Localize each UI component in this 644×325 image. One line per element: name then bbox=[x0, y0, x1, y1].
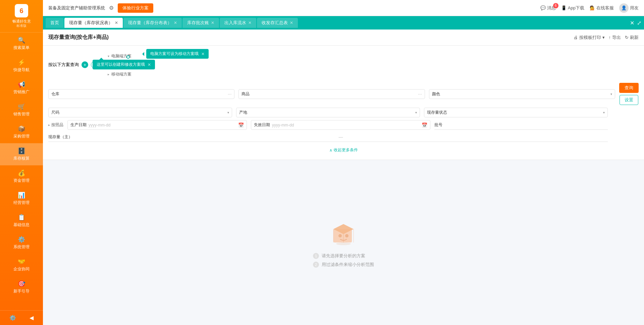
expire-date-calendar-icon[interactable]: 📅 bbox=[422, 122, 427, 128]
sidebar-item-enterprise[interactable]: 🤝 企业协同 bbox=[0, 254, 43, 276]
cart-icon: 🛒 bbox=[18, 103, 25, 110]
refresh-icon: ↻ bbox=[625, 35, 629, 40]
topbar-user[interactable]: 👤 用友 bbox=[619, 3, 639, 13]
sidebar-item-sales[interactable]: 🛒 销售管理 bbox=[0, 99, 43, 121]
page-title: 现存量查询(按仓库+商品) bbox=[48, 34, 109, 41]
sidebar-logo[interactable]: 6 畅通好生意 标准版 bbox=[0, 0, 43, 33]
page-actions: 🖨 按模板打印 ▾ ↑ 导出 ↻ 刷新 bbox=[574, 35, 639, 41]
fullscreen-icon[interactable]: ⤢ bbox=[637, 20, 641, 26]
stock-status-arrow-icon: ▾ bbox=[603, 111, 605, 114]
logo-title: 畅通好生意 bbox=[12, 19, 31, 23]
size-field[interactable]: 尺码 ▾ bbox=[48, 108, 232, 117]
filter-row-4: 现存量（主） — bbox=[48, 132, 639, 142]
tab-inventory-dist-label: 现存量（库存分布表） bbox=[128, 20, 172, 26]
service-label: 在线客服 bbox=[596, 5, 614, 11]
color-label: 颜色 bbox=[432, 91, 440, 97]
export-btn[interactable]: ↑ 导出 bbox=[609, 35, 621, 41]
sidebar-item-marketing[interactable]: 📢 营销推广 bbox=[0, 77, 43, 99]
empty-state: 1 请先选择要分析的方案 2 用过滤条件来缩小分析范围 bbox=[313, 217, 374, 268]
stock-status-field[interactable]: 现存量状态 ▾ bbox=[424, 108, 608, 117]
prod-date-field[interactable]: 生产日期 yyyy-mm-dd 📅 bbox=[67, 120, 247, 130]
scheme-mobile[interactable]: ▸ 移动端方案 bbox=[108, 70, 131, 78]
chart-icon: 📊 bbox=[18, 192, 25, 199]
sidebar-item-quick[interactable]: ⚡ 快捷导航 bbox=[0, 55, 43, 77]
tab-batch-close[interactable]: ✕ bbox=[211, 20, 214, 25]
tab-inventory-status[interactable]: 现存量（库存状况表） ✕ bbox=[64, 18, 123, 28]
prod-date-calendar-icon[interactable]: 📅 bbox=[238, 122, 244, 128]
close-all-icon[interactable]: ✕ bbox=[630, 20, 634, 26]
service-icon: 💁 bbox=[590, 5, 595, 10]
tab-inout-close[interactable]: ✕ bbox=[248, 20, 252, 25]
print-icon: 🖨 bbox=[574, 35, 578, 40]
filter-add-button[interactable]: + bbox=[82, 61, 88, 68]
export-label: 导出 bbox=[612, 35, 621, 41]
empty-tip-2: 2 用过滤条件来缩小分析范围 bbox=[313, 262, 374, 268]
topbar-service[interactable]: 💁 在线客服 bbox=[590, 5, 614, 11]
tab-home[interactable]: 首页 bbox=[46, 18, 64, 28]
refresh-label: 刷新 bbox=[630, 35, 639, 41]
sidebar-item-sales-label: 销售管理 bbox=[13, 111, 30, 117]
user-avatar: 👤 bbox=[619, 3, 629, 13]
collapse-up-icon: ∧ bbox=[329, 148, 332, 153]
batch-field[interactable]: 批号 bbox=[434, 120, 608, 130]
sidebar-settings-btn[interactable]: ⚙️ bbox=[9, 315, 16, 321]
scheme-tooltip-close[interactable]: ✕ bbox=[201, 52, 205, 56]
filter-header-text: 按以下方案查询 bbox=[48, 62, 79, 68]
svg-point-8 bbox=[345, 234, 348, 237]
sidebar-item-guide[interactable]: 🎯 新手引导 bbox=[0, 276, 43, 298]
tab-inventory-status-close[interactable]: ✕ bbox=[115, 20, 118, 25]
tip-text-1: 请先选择要分析的方案 bbox=[322, 253, 365, 259]
scheme-mobile-label: 移动端方案 bbox=[111, 71, 131, 77]
tabbar-actions: ✕ ⤢ bbox=[630, 20, 641, 26]
collapse-label: 收起更多条件 bbox=[334, 147, 358, 153]
scheme-tooltip-text: 电脑方案可设为移动方案哦 bbox=[150, 51, 199, 57]
sidebar-item-search[interactable]: 🔍 搜索菜单 bbox=[0, 33, 43, 55]
stock-qty-field[interactable]: 现存量（主） — bbox=[48, 132, 608, 142]
sidebar-item-inventory[interactable]: 🗄️ 库存核算 bbox=[0, 143, 43, 165]
refresh-btn[interactable]: ↻ 刷新 bbox=[625, 35, 639, 41]
print-btn[interactable]: 🖨 按模板打印 ▾ bbox=[574, 35, 605, 41]
search-button[interactable]: 查询 bbox=[619, 83, 639, 93]
sidebar-item-finance[interactable]: 💰 资金管理 bbox=[0, 165, 43, 187]
megaphone-icon: 📢 bbox=[18, 81, 25, 88]
lightning-icon: ⚡ bbox=[18, 59, 25, 66]
warehouse-field[interactable]: 仓库 ··· bbox=[48, 89, 234, 99]
stock-status-label: 现存量状态 bbox=[427, 110, 447, 115]
color-field[interactable]: 颜色 ▾ bbox=[429, 89, 615, 99]
prod-date-value: yyyy-mm-dd bbox=[89, 123, 236, 127]
sidebar: 6 畅通好生意 标准版 🔍 搜索菜单 ⚡ 快捷导航 📢 营销推广 🛒 销售管理 … bbox=[0, 0, 43, 325]
box-icon: 📦 bbox=[18, 125, 25, 132]
goods-field[interactable]: 商品 ··· bbox=[238, 89, 425, 99]
tab-batch-account[interactable]: 库存批次账 ✕ bbox=[182, 18, 219, 28]
svg-point-7 bbox=[338, 234, 342, 237]
edit-tooltip-close[interactable]: ✕ bbox=[148, 62, 151, 67]
color-arrow-icon: ▾ bbox=[610, 92, 612, 96]
main-area: 装备及固定资产辅助管理系统 ⚙ 体验行业方案 💬 消息 6 📱 App下载 💁 … bbox=[43, 0, 644, 325]
tab-inout-flow[interactable]: 出入库流水 ✕ bbox=[220, 18, 256, 28]
expire-date-field[interactable]: 失效日期 yyyy-mm-dd 📅 bbox=[251, 120, 430, 130]
origin-field[interactable]: 产地 ▾ bbox=[236, 108, 420, 117]
tab-collect-close[interactable]: ✕ bbox=[290, 20, 293, 25]
logo-badge: 标准版 bbox=[16, 23, 26, 28]
tab-collect-label: 收发存汇总表 bbox=[262, 20, 288, 26]
collapse-button[interactable]: ∧ 收起更多条件 bbox=[48, 145, 639, 156]
trial-button[interactable]: 体验行业方案 bbox=[118, 3, 153, 13]
sidebar-item-operations[interactable]: 📊 经营管理 bbox=[0, 187, 43, 210]
sidebar-item-system[interactable]: ⚙️ 系统管理 bbox=[0, 232, 43, 254]
chevron-down-icon: ▾ bbox=[108, 54, 109, 58]
svg-point-9 bbox=[336, 242, 351, 245]
app-label: App下载 bbox=[568, 5, 584, 11]
tab-inventory-dist-close[interactable]: ✕ bbox=[174, 20, 177, 25]
sidebar-collapse-btn[interactable]: ◀ bbox=[30, 315, 34, 321]
sidebar-item-purchase[interactable]: 📦 采购管理 bbox=[0, 121, 43, 143]
category-arrow-icon: ▸ bbox=[48, 123, 50, 127]
topbar-gear-icon[interactable]: ⚙ bbox=[109, 5, 114, 11]
setting-button[interactable]: 设置 bbox=[620, 95, 638, 105]
sidebar-bottom: ⚙️ ◀ bbox=[0, 310, 43, 325]
tab-inventory-dist[interactable]: 现存量（库存分布表） ✕ bbox=[123, 18, 182, 28]
sidebar-item-basic[interactable]: 📋 基础信息 bbox=[0, 210, 43, 232]
topbar-app[interactable]: 📱 App下载 bbox=[561, 5, 584, 11]
tab-collect-report[interactable]: 收发存汇总表 ✕ bbox=[257, 18, 298, 28]
sidebar-item-basic-label: 基础信息 bbox=[13, 222, 30, 228]
topbar-message[interactable]: 💬 消息 6 bbox=[540, 5, 556, 11]
